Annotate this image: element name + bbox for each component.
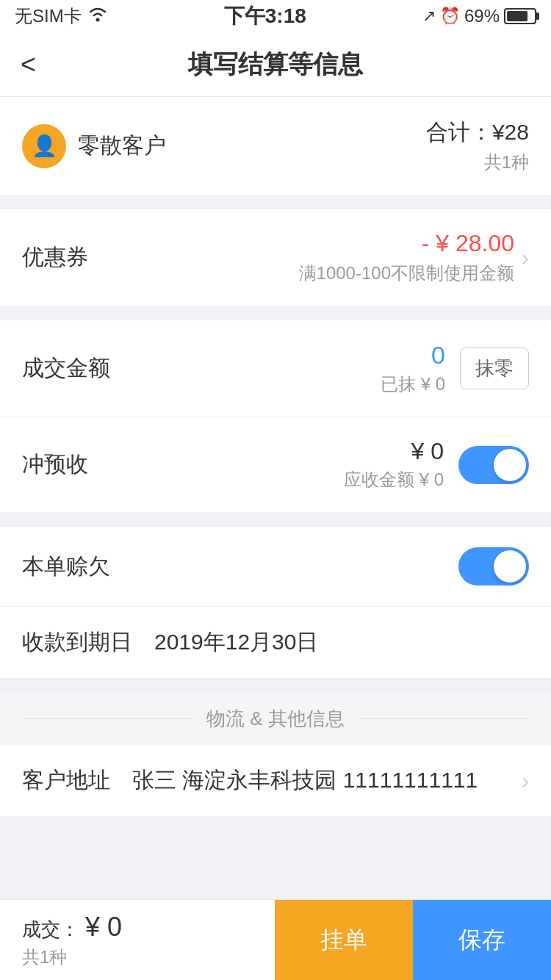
sheqian-row: 本单赊欠	[0, 527, 551, 606]
page-title: 填写结算等信息	[188, 48, 363, 82]
sim-text: 无SIM卡	[15, 4, 82, 28]
hang-button[interactable]: 挂单	[275, 900, 413, 980]
chong-value: ¥ 0	[344, 438, 444, 465]
coupon-section[interactable]: 优惠券 - ¥ 28.00 满1000-100不限制使用金额 ›	[0, 209, 551, 306]
status-bar: 无SIM卡 下午3:18 ↗ ⏰ 69%	[0, 0, 551, 32]
coupon-right: - ¥ 28.00 满1000-100不限制使用金额 ›	[299, 230, 529, 285]
chong-value-area: ¥ 0 应收金额 ¥ 0	[344, 438, 444, 491]
deal-amount-label: 成交金额	[22, 353, 110, 383]
due-date-row: 收款到期日 2019年12月30日	[0, 606, 551, 678]
due-date-value: 2019年12月30日	[154, 627, 318, 657]
logistics-header: 物流 & 其他信息	[0, 693, 551, 745]
status-right: ↗ ⏰ 69%	[422, 6, 536, 26]
avatar-icon: 👤	[32, 134, 57, 158]
chong-sub: 应收金额 ¥ 0	[344, 468, 444, 491]
sheqian-label: 本单赊欠	[22, 552, 110, 582]
bottom-btn-group: 挂单 保存	[275, 900, 551, 980]
nav-bar: < 填写结算等信息	[0, 32, 551, 97]
bottom-deal-amount: ¥ 0	[85, 912, 122, 943]
bottom-info: 成交： ¥ 0 共1种	[0, 912, 275, 969]
deal-amount-sub: 已抹 ¥ 0	[381, 372, 445, 396]
customer-avatar: 👤	[22, 124, 66, 168]
alarm-icon: ⏰	[440, 7, 460, 26]
wifi-icon	[87, 6, 108, 26]
bottom-count: 共1种	[22, 945, 253, 969]
status-left: 无SIM卡	[15, 4, 108, 28]
address-label: 客户地址	[22, 765, 110, 796]
toggle-knob	[494, 449, 526, 481]
coupon-row[interactable]: 优惠券 - ¥ 28.00 满1000-100不限制使用金额 ›	[0, 209, 551, 306]
coupon-arrow-icon: ›	[522, 245, 529, 270]
sheqian-toggle[interactable]	[458, 547, 529, 586]
bottom-bar: 成交： ¥ 0 共1种 挂单 保存	[0, 899, 551, 980]
deal-amount-row: 成交金额 0 已抹 ¥ 0 抹零	[0, 320, 551, 417]
battery-percent: 69%	[464, 6, 500, 26]
bottom-deal-row: 成交： ¥ 0	[22, 912, 253, 943]
status-time: 下午3:18	[224, 2, 306, 30]
bottom-deal-label: 成交：	[22, 917, 79, 943]
deal-value-col: 0 已抹 ¥ 0	[381, 341, 445, 396]
due-date-label: 收款到期日	[22, 627, 132, 657]
coupon-desc: 满1000-100不限制使用金额	[299, 262, 514, 285]
logistics-section: 物流 & 其他信息 客户地址 张三 海淀永丰科技园 11111111111 ›	[0, 693, 551, 816]
deal-amount-value: 0	[431, 341, 445, 369]
round-zero-button[interactable]: 抹零	[460, 347, 529, 389]
location-icon: ↗	[422, 7, 436, 26]
total-count: 共1种	[426, 151, 529, 174]
chong-right-area: ¥ 0 应收金额 ¥ 0	[344, 438, 529, 491]
chong-toggle[interactable]	[458, 446, 529, 484]
customer-section: 👤 零散客户 合计：¥28 共1种	[0, 97, 551, 195]
logistics-line-right	[359, 718, 529, 719]
chong-label: 冲预收	[22, 450, 88, 480]
address-arrow-icon: ›	[522, 768, 529, 793]
customer-name: 零散客户	[78, 131, 166, 161]
deal-section: 成交金额 0 已抹 ¥ 0 抹零 冲预收 ¥ 0 应收金额 ¥ 0	[0, 320, 551, 512]
address-row[interactable]: 客户地址 张三 海淀永丰科技园 11111111111 ›	[0, 745, 551, 816]
deal-right: 0 已抹 ¥ 0 抹零	[381, 341, 529, 396]
logistics-text: 物流 & 其他信息	[192, 706, 359, 732]
chong-yushou-row: 冲预收 ¥ 0 应收金额 ¥ 0	[0, 417, 551, 512]
battery-icon	[504, 8, 536, 24]
save-button[interactable]: 保存	[413, 900, 551, 980]
coupon-value-area: - ¥ 28.00 满1000-100不限制使用金额	[299, 230, 514, 285]
customer-left: 👤 零散客户	[22, 124, 166, 168]
svg-point-0	[96, 18, 99, 22]
content: 👤 零散客户 合计：¥28 共1种 优惠券 - ¥ 28.00 满1000-10…	[0, 97, 551, 904]
address-value: 张三 海淀永丰科技园 11111111111	[132, 765, 514, 796]
total-amount: 合计：¥28	[426, 118, 529, 148]
battery-fill	[507, 11, 527, 21]
back-button[interactable]: <	[21, 49, 36, 80]
coupon-label: 优惠券	[22, 242, 88, 273]
sheqian-section: 本单赊欠 收款到期日 2019年12月30日	[0, 527, 551, 678]
customer-right: 合计：¥28 共1种	[426, 118, 529, 174]
sheqian-toggle-knob	[494, 550, 526, 583]
customer-row: 👤 零散客户 合计：¥28 共1种	[0, 97, 551, 195]
coupon-discount: - ¥ 28.00	[422, 230, 514, 257]
logistics-line-left	[22, 718, 192, 719]
